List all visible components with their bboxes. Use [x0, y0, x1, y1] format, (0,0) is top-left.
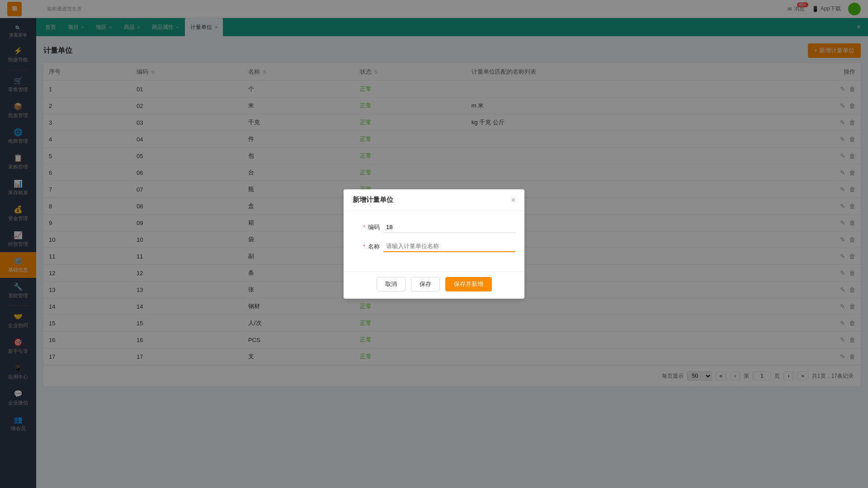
- name-label-text: 名称: [368, 243, 380, 250]
- modal-title: 新增计量单位: [353, 196, 393, 204]
- code-label-text: 编码: [368, 224, 380, 230]
- modal-close-button[interactable]: ×: [511, 196, 515, 204]
- code-required-star: *: [363, 224, 365, 230]
- modal-footer: 取消 保存 保存并新增: [344, 271, 524, 299]
- cancel-button[interactable]: 取消: [377, 277, 406, 291]
- add-unit-modal: 新增计量单位 × * 编码 * 名称 取消 保存 保存并新增: [344, 189, 524, 299]
- code-input[interactable]: [383, 222, 515, 233]
- code-label: * 编码: [353, 223, 380, 231]
- save-button[interactable]: 保存: [411, 277, 440, 291]
- modal-header: 新增计量单位 ×: [344, 189, 524, 211]
- save-and-new-button[interactable]: 保存并新增: [445, 277, 492, 291]
- modal-body: * 编码 * 名称: [344, 211, 524, 271]
- name-label: * 名称: [353, 243, 380, 251]
- name-input[interactable]: [383, 241, 515, 252]
- form-row-code: * 编码: [353, 222, 515, 233]
- form-row-name: * 名称: [353, 241, 515, 252]
- name-required-star: *: [363, 243, 365, 250]
- modal-overlay: 新增计量单位 × * 编码 * 名称 取消 保存 保存并新增: [0, 0, 868, 488]
